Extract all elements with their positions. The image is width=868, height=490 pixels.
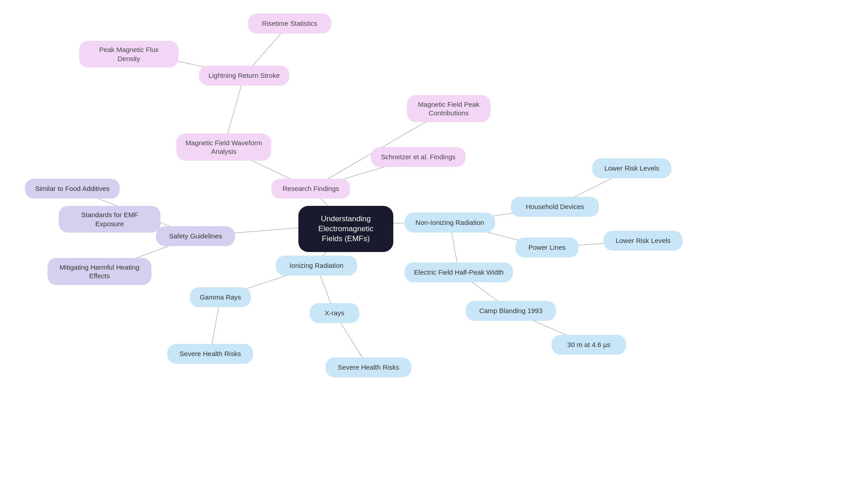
node-similar-food[interactable]: Similar to Food Additives (25, 179, 120, 199)
node-severe1[interactable]: Severe Health Risks (167, 344, 253, 364)
node-safety[interactable]: Safety Guidelines (156, 226, 235, 246)
node-electric-half[interactable]: Electric Field Half-Peak Width (405, 262, 513, 282)
node-gamma[interactable]: Gamma Rays (190, 287, 251, 307)
node-lower1[interactable]: Lower Risk Levels (592, 158, 671, 178)
node-lower2[interactable]: Lower Risk Levels (604, 231, 683, 251)
node-mf-peak[interactable]: Magnetic Field Peak Contributions (407, 95, 491, 122)
node-peak-flux[interactable]: Peak Magnetic Flux Density (79, 41, 179, 67)
node-mitigating[interactable]: Mitigating Harmful Heating Effects (47, 258, 151, 285)
connection-lines (0, 0, 868, 490)
node-research[interactable]: Research Findings (271, 179, 350, 199)
node-ionizing[interactable]: Ionizing Radiation (276, 256, 357, 276)
node-risetime[interactable]: Risetime Statistics (248, 14, 331, 33)
center-node: Understanding Electromagnetic Fields (EM… (298, 206, 393, 252)
node-power-lines[interactable]: Power Lines (515, 238, 579, 257)
node-xrays[interactable]: X-rays (310, 303, 359, 323)
node-non-ionizing[interactable]: Non-Ionizing Radiation (405, 213, 495, 233)
node-camp[interactable]: Camp Blanding 1993 (466, 301, 556, 321)
node-household[interactable]: Household Devices (511, 197, 599, 217)
node-schnetzer[interactable]: Schnetzer et al. Findings (371, 147, 466, 167)
node-standards[interactable]: Standards for EMF Exposure (59, 206, 160, 233)
node-30m[interactable]: 30 m at 4.6 µs (552, 335, 626, 355)
node-lightning[interactable]: Lightning Return Stroke (199, 66, 289, 86)
node-severe2[interactable]: Severe Health Risks (326, 357, 411, 377)
node-waveform[interactable]: Magnetic Field Waveform Analysis (176, 133, 271, 161)
